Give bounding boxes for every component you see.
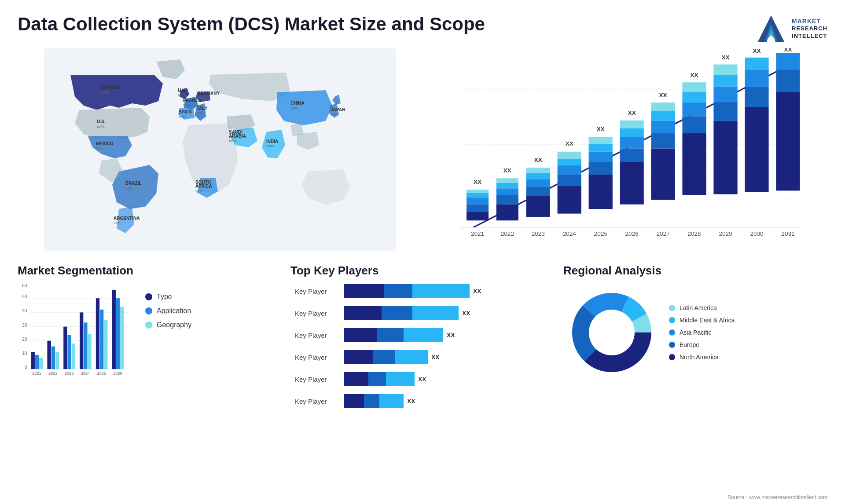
svg-text:INDIA: INDIA <box>266 139 278 144</box>
svg-rect-60 <box>558 186 581 214</box>
svg-text:2029: 2029 <box>719 230 732 237</box>
svg-rect-46 <box>467 190 489 193</box>
svg-rect-94 <box>713 65 737 75</box>
svg-text:20: 20 <box>22 337 27 342</box>
label-latin-america: Latin America <box>680 304 717 311</box>
label-europe: Europe <box>680 341 699 348</box>
player-bar-1: XX <box>344 284 550 298</box>
svg-rect-92 <box>713 87 737 102</box>
svg-rect-56 <box>526 179 550 187</box>
svg-text:xx%: xx% <box>125 186 133 190</box>
legend-dot-geography <box>145 321 152 329</box>
world-map-svg: CANADA xx% U.S. xx% MEXICO xx% BRAZIL xx… <box>18 48 422 251</box>
logo-text: MARKET RESEARCH INTELLECT <box>792 17 827 40</box>
regional-area: Latin America Middle East & Africa Asia … <box>563 284 827 381</box>
svg-text:XX: XX <box>534 157 542 163</box>
svg-text:XX: XX <box>721 54 729 61</box>
svg-rect-133 <box>51 347 55 369</box>
svg-rect-52 <box>496 178 518 183</box>
player-row-5: Key Player XX <box>295 372 550 386</box>
legend-north-america: North America <box>669 354 735 361</box>
canada-label: CANADA <box>101 85 120 90</box>
legend-type: Type <box>145 293 191 301</box>
svg-text:40: 40 <box>22 308 27 313</box>
svg-text:XX: XX <box>691 72 698 78</box>
svg-rect-134 <box>55 352 59 369</box>
svg-text:XX: XX <box>597 126 605 132</box>
svg-point-158 <box>589 310 635 355</box>
legend-middle-east-africa: Middle East & Africa <box>669 317 735 324</box>
legend-label-application: Application <box>157 307 191 315</box>
player-row-4: Key Player XX <box>295 350 550 364</box>
svg-rect-74 <box>620 137 644 148</box>
svg-rect-69 <box>589 144 613 152</box>
svg-text:2023: 2023 <box>532 230 545 237</box>
svg-rect-140 <box>88 334 91 369</box>
legend-latin-america: Latin America <box>669 304 735 311</box>
svg-rect-136 <box>67 335 71 369</box>
svg-rect-58 <box>526 168 550 173</box>
svg-text:CHINA: CHINA <box>290 101 305 106</box>
svg-text:ITALY: ITALY <box>195 106 208 111</box>
bar-chart-svg: XX XX XX XX <box>431 48 819 259</box>
svg-rect-43 <box>467 205 489 212</box>
svg-text:XX: XX <box>628 110 636 116</box>
legend-asia-pacific: Asia Pacific <box>669 329 735 336</box>
svg-rect-62 <box>558 165 581 175</box>
seg-legend: Type Application Geography <box>145 293 191 329</box>
svg-rect-64 <box>558 152 581 159</box>
svg-rect-138 <box>80 312 83 369</box>
svg-text:xx%: xx% <box>229 139 236 143</box>
svg-rect-132 <box>47 341 51 369</box>
logo-area: MARKET RESEARCH INTELLECT <box>756 13 827 44</box>
svg-rect-67 <box>589 162 613 175</box>
svg-rect-129 <box>31 352 35 369</box>
svg-rect-57 <box>526 173 550 179</box>
dot-asia-pacific <box>669 329 675 336</box>
svg-rect-142 <box>100 310 103 369</box>
player-label-5: Key Player <box>295 376 339 383</box>
player-xx-4: XX <box>431 354 440 361</box>
svg-text:2027: 2027 <box>657 230 670 237</box>
player-row-6: Key Player XX <box>295 394 550 408</box>
player-bar-4: XX <box>344 350 550 364</box>
player-label-1: Key Player <box>295 288 339 295</box>
svg-rect-144 <box>112 290 116 369</box>
svg-rect-55 <box>526 187 550 196</box>
svg-rect-141 <box>96 298 99 369</box>
svg-text:2022: 2022 <box>48 371 57 376</box>
svg-text:xx%: xx% <box>195 111 203 115</box>
player-xx-6: XX <box>407 398 415 405</box>
svg-text:U.S.: U.S. <box>97 119 106 124</box>
svg-rect-145 <box>116 298 120 369</box>
svg-rect-51 <box>496 183 518 189</box>
svg-rect-96 <box>745 107 768 192</box>
svg-rect-91 <box>713 102 737 121</box>
key-players-section: Top Key Players Key Player XX Key Playe <box>290 264 555 416</box>
page-title: Data Collection System (DCS) Market Size… <box>18 13 485 35</box>
svg-rect-70 <box>589 137 613 144</box>
svg-rect-61 <box>558 175 581 186</box>
svg-text:XX: XX <box>503 167 511 174</box>
svg-text:2022: 2022 <box>501 230 514 237</box>
svg-text:xx%: xx% <box>97 124 104 129</box>
svg-rect-63 <box>558 158 581 165</box>
svg-rect-87 <box>682 92 706 102</box>
svg-text:xx%: xx% <box>331 112 338 117</box>
dot-latin-america <box>669 305 675 311</box>
svg-text:XX: XX <box>659 92 667 99</box>
svg-text:2030: 2030 <box>750 230 763 237</box>
svg-rect-45 <box>467 193 489 197</box>
svg-text:0: 0 <box>25 365 27 370</box>
player-xx-5: XX <box>418 376 426 383</box>
svg-text:MEXICO: MEXICO <box>96 141 114 146</box>
legend-label-geography: Geography <box>157 321 191 329</box>
svg-rect-49 <box>496 195 518 205</box>
legend-application: Application <box>145 307 191 315</box>
key-players-area: Key Player XX Key Player <box>290 284 555 408</box>
svg-rect-73 <box>620 148 644 162</box>
svg-text:JAPAN: JAPAN <box>331 107 345 112</box>
svg-rect-76 <box>620 121 644 128</box>
regional-section: Regional Analysis <box>563 264 827 416</box>
svg-text:xx%: xx% <box>266 144 274 148</box>
